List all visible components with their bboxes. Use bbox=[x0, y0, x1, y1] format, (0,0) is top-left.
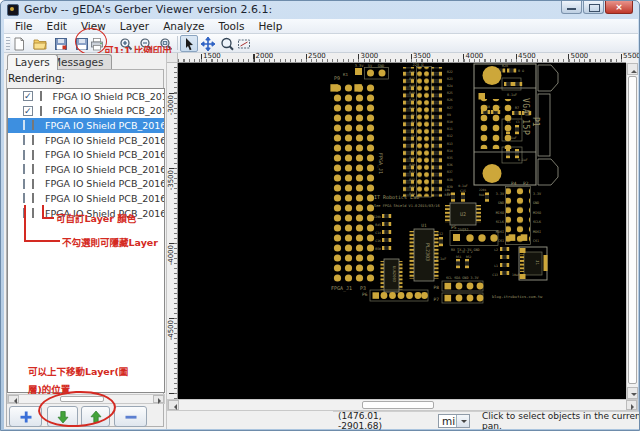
remove-layer-button[interactable] bbox=[114, 406, 147, 427]
pointer-icon bbox=[182, 37, 196, 51]
ruler-top-label: 2000 bbox=[256, 52, 274, 60]
layer-row[interactable]: FPGA IO Shield PCB_20160225- bbox=[8, 118, 164, 133]
layer-name: FPGA IO Shield PCB_20160225- bbox=[53, 91, 165, 102]
layer-color-swatch[interactable] bbox=[32, 179, 34, 189]
layer-row[interactable]: FPGA IO Shield PCB_20160225- bbox=[8, 147, 164, 162]
silk-brand2: See FPGA Shield V1.0 bbox=[374, 204, 417, 208]
silk-c3: C3 bbox=[516, 120, 520, 124]
layer-visibility-checkbox[interactable] bbox=[23, 179, 25, 189]
layer-panel: Layers Messages Rendering: Normal ✓FPGA … bbox=[4, 53, 167, 429]
layer-visibility-checkbox[interactable] bbox=[23, 120, 25, 130]
save-button[interactable] bbox=[52, 35, 70, 52]
tab-layers[interactable]: Layers bbox=[7, 54, 58, 70]
silk-bank-right-label: R9 bbox=[447, 113, 451, 117]
silk-c15: C15 bbox=[460, 189, 466, 193]
layer-visibility-checkbox[interactable] bbox=[23, 164, 25, 174]
layer-visibility-checkbox[interactable] bbox=[23, 150, 25, 160]
layer-color-swatch[interactable] bbox=[32, 120, 34, 130]
layer-row[interactable]: FPGA IO Shield PCB_20160225- bbox=[8, 177, 164, 192]
menu-help[interactable]: Help bbox=[251, 19, 289, 34]
vscroll-thumb[interactable] bbox=[628, 76, 637, 384]
open-button[interactable] bbox=[31, 35, 49, 52]
silk-bank-right-label: R36 bbox=[447, 163, 453, 167]
horizontal-ruler: 150020002500300035004000450050005500 bbox=[178, 53, 626, 63]
menu-layer[interactable]: Layer bbox=[113, 19, 156, 34]
ruler-corner bbox=[167, 53, 178, 63]
silk-c15v: 0.1uF bbox=[458, 184, 468, 188]
title-bar[interactable]: Gerbv -- gEDA's Gerber Viewer version 2.… bbox=[1, 1, 639, 19]
layer-row[interactable]: FPGA IO Shield PCB_20160225- bbox=[8, 133, 164, 148]
silk-bank-right-label: R25 bbox=[447, 91, 453, 95]
silk-spi-right-label: MOSI bbox=[533, 230, 541, 234]
silk-brand1: IT Robotics Lab bbox=[374, 194, 419, 200]
bank-right-labels: R22R23R24R25R26R27R9R10R11R12R13R14R35R3… bbox=[447, 70, 453, 196]
silk-r28v: 0 Ω bbox=[518, 69, 524, 73]
silk-bank-right-label: R22 bbox=[447, 70, 453, 74]
layer-row[interactable]: FPGA IO Shield PCB_20160225- bbox=[8, 162, 164, 177]
silk-bank-left-label: R33 bbox=[409, 185, 415, 189]
layer-name: FPGA IO Shield PCB_20160225- bbox=[45, 193, 165, 204]
layer-row[interactable]: ✓FPGA IO Shield PCB_20160225- bbox=[8, 104, 164, 119]
silk-r28: R28 bbox=[502, 64, 508, 68]
layer-visibility-checkbox[interactable]: ✓ bbox=[23, 106, 33, 116]
status-bar: (1476.01, -2901.68) mil Click to select … bbox=[333, 411, 640, 429]
pointer-tool-button[interactable] bbox=[180, 35, 198, 52]
canvas-hscrollbar[interactable] bbox=[167, 399, 638, 411]
close-button[interactable]: × bbox=[605, 1, 633, 14]
layer-color-swatch[interactable] bbox=[32, 208, 34, 218]
layer-color-swatch[interactable] bbox=[40, 91, 42, 101]
move-annotation-line1: 可以上下移動Layer(圖 bbox=[28, 364, 128, 378]
silk-c7v: 0.1uF bbox=[507, 93, 517, 97]
layer-name: FPGA IO Shield PCB_20160225- bbox=[53, 105, 165, 116]
unit-dropdown-arrow[interactable] bbox=[456, 415, 469, 427]
pcb-canvas[interactable]: P9 FPGA_J1 FPGA_J1 P3 K1 3.3V 5V GND 220… bbox=[178, 63, 626, 399]
layer-color-swatch[interactable] bbox=[32, 193, 34, 203]
measure-icon bbox=[237, 37, 251, 51]
layer-color-swatch[interactable] bbox=[32, 150, 34, 160]
menu-file[interactable]: File bbox=[8, 19, 40, 34]
silk-bank-left-label: R21 bbox=[409, 106, 415, 110]
layer-color-swatch[interactable] bbox=[40, 106, 42, 116]
maximize-button[interactable] bbox=[583, 1, 604, 14]
silk-bank-left-label: R1 bbox=[411, 113, 415, 117]
measure-tool-button[interactable] bbox=[235, 35, 253, 52]
zoom-tool-button[interactable] bbox=[218, 35, 236, 52]
menu-edit[interactable]: Edit bbox=[40, 19, 74, 34]
layer-visibility-checkbox[interactable] bbox=[23, 193, 25, 203]
pan-tool-button[interactable] bbox=[199, 35, 217, 52]
annotation-line-checkbox bbox=[24, 205, 26, 241]
new-file-icon bbox=[12, 37, 26, 51]
layer-row[interactable]: ✓FPGA IO Shield PCB_20160225- bbox=[8, 89, 164, 104]
silk-3v3: 3.3V bbox=[355, 64, 364, 68]
silk-j1: J1 bbox=[535, 260, 540, 265]
layer-color-swatch[interactable] bbox=[32, 164, 34, 174]
silk-bank-left-label: R17 bbox=[409, 77, 415, 81]
window-title: Gerbv -- gEDA's Gerber Viewer version 2.… bbox=[24, 3, 272, 16]
new-file-button[interactable] bbox=[10, 35, 28, 52]
silk-spi-right-label: GND bbox=[533, 201, 539, 205]
silk-u1: U1 bbox=[421, 223, 427, 228]
silk-u2: U2 bbox=[460, 211, 466, 217]
layer-row[interactable]: FPGA IO Shield PCB_20160225- bbox=[8, 191, 164, 206]
color-annotation: 可自訂Layer 顏色 bbox=[56, 211, 136, 225]
silk-bank-left-label: R2 bbox=[411, 120, 415, 124]
layer-name: FPGA IO Shield PCB_20160225- bbox=[45, 178, 165, 189]
menu-tools[interactable]: Tools bbox=[212, 19, 252, 34]
layer-name: FPGA IO Shield PCB_20160225- bbox=[45, 135, 165, 146]
pan-icon bbox=[201, 37, 215, 51]
silk-p6: P6 bbox=[362, 292, 368, 297]
silk-bank-right-label: R24 bbox=[447, 84, 453, 88]
layer-visibility-checkbox[interactable] bbox=[23, 135, 25, 145]
silk-r44: 10k bbox=[445, 188, 451, 192]
layer-visibility-checkbox[interactable]: ✓ bbox=[23, 91, 33, 101]
canvas-hscroll-thumb[interactable] bbox=[362, 401, 434, 409]
menu-analyze[interactable]: Analyze bbox=[156, 19, 211, 34]
minimize-button[interactable] bbox=[561, 1, 582, 14]
canvas-vscrollbar[interactable] bbox=[626, 63, 638, 399]
layer-color-swatch[interactable] bbox=[32, 135, 34, 145]
unit-select[interactable]: mil bbox=[438, 414, 470, 428]
silk-bank-left-label: R6 bbox=[411, 149, 415, 153]
app-icon bbox=[7, 4, 19, 16]
silk-p2: P2 bbox=[523, 181, 529, 186]
silk-spi-right-label: MISO bbox=[533, 211, 541, 215]
